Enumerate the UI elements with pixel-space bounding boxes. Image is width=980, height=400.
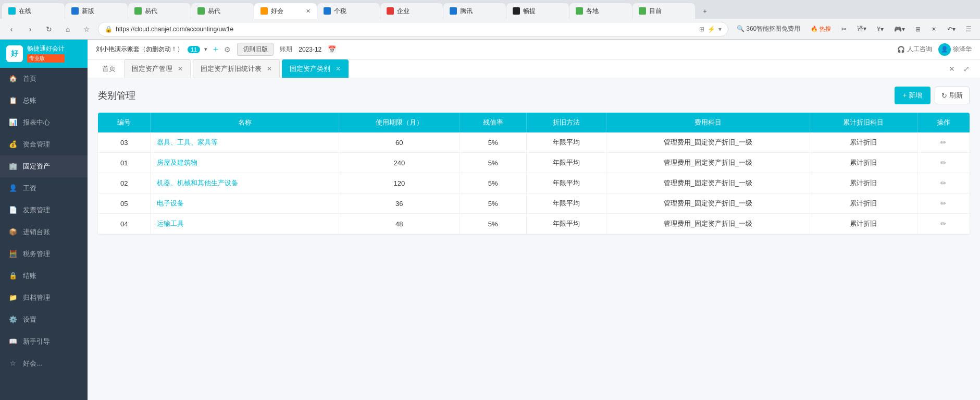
tab-close-haohui[interactable]: ✕: [306, 8, 311, 15]
scissors-tool[interactable]: ✂: [837, 23, 851, 35]
bookmark-button[interactable]: ☆: [79, 22, 94, 37]
col-header-expense: 费用科目: [606, 113, 810, 132]
name-link-2[interactable]: 机器、机械和其他生产设备: [157, 179, 238, 187]
new-tab-button[interactable]: ＋: [696, 3, 714, 19]
cell-code-0: 03: [98, 132, 151, 153]
browser-tab-haohui[interactable]: 好会 ✕: [254, 3, 317, 19]
cell-residual-1: 5%: [460, 153, 526, 173]
browser-tab-muqian[interactable]: 目前: [632, 3, 695, 19]
sidebar-item-funds[interactable]: 💰 资金管理: [0, 134, 88, 155]
cell-accumulated-1: 累计折旧: [810, 153, 917, 173]
cell-code-2: 02: [98, 173, 151, 193]
sidebar-item-tax[interactable]: 🧮 税务管理: [0, 243, 88, 265]
sidebar-item-guide[interactable]: 📖 新手引导: [0, 331, 88, 353]
forward-button[interactable]: ›: [23, 22, 38, 37]
layout-tool[interactable]: ⊞: [911, 23, 925, 35]
calendar-icon[interactable]: 📅: [328, 45, 336, 53]
browser-tab-yidai2[interactable]: 易代: [191, 3, 254, 19]
tab-fixed-assets-mgmt[interactable]: 固定资产管理 ✕: [124, 59, 191, 78]
browser-tab-xinban[interactable]: 新版: [65, 3, 128, 19]
home-icon: 🏠: [8, 74, 18, 83]
hot-search-btn[interactable]: 🔥 热搜: [807, 23, 835, 35]
sidebar-item-archive[interactable]: 📁 归档管理: [0, 287, 88, 309]
period-value: 2023-12: [299, 46, 321, 53]
consultant-button[interactable]: 🎧 人工咨询: [897, 45, 932, 54]
tab-close-fixed-assets-mgmt[interactable]: ✕: [178, 65, 183, 72]
browser-tab-changte[interactable]: 畅提: [506, 3, 569, 19]
currency-tool[interactable]: ¥▾: [873, 23, 888, 35]
cell-name-3: 电子设备: [151, 193, 339, 214]
sidebar-item-reports[interactable]: 📊 报表中心: [0, 112, 88, 134]
notification-count: 11: [188, 46, 200, 53]
sidebar-item-payroll[interactable]: 👤 工资: [0, 177, 88, 199]
window-close-btn[interactable]: ✕: [947, 64, 957, 74]
sidebar-item-settings[interactable]: ⚙️ 设置: [0, 309, 88, 331]
settings-gear-icon[interactable]: ⚙: [224, 45, 231, 54]
user-avatar-area[interactable]: 👤 徐泽华: [938, 43, 972, 56]
sidebar-item-home[interactable]: 🏠 首页: [0, 68, 88, 90]
browser-tab-yidai1[interactable]: 易代: [128, 3, 191, 19]
add-company-icon[interactable]: ＋: [212, 44, 220, 55]
brightness-tool[interactable]: ☀: [927, 23, 941, 35]
edit-button-4[interactable]: ✏: [940, 220, 947, 228]
translate-tool[interactable]: 译▾: [853, 22, 871, 35]
browser-tab-gesui[interactable]: 个税: [317, 3, 380, 19]
cell-accumulated-4: 累计折旧: [810, 214, 917, 234]
cell-method-2: 年限平均: [526, 173, 606, 193]
tab-depreciation-table[interactable]: 固定资产折旧统计表 ✕: [193, 59, 280, 78]
window-maximize-btn[interactable]: ⤢: [961, 64, 972, 74]
menu-tool[interactable]: ☰: [962, 23, 976, 35]
tab-close-category[interactable]: ✕: [336, 65, 341, 72]
cell-residual-3: 5%: [460, 193, 526, 214]
app-wrapper: 好 畅捷通好会计 专业版 🏠 首页 📋 总账 📊 报表中心 💰 资金管理: [0, 40, 980, 400]
edit-button-1[interactable]: ✏: [940, 159, 947, 167]
category-table: 编号 名称 使用期限（月） 残值率 折旧方法 费用科目 累计折旧科目 操作 03…: [98, 113, 970, 234]
edit-button-3[interactable]: ✏: [940, 199, 947, 208]
col-header-code: 编号: [98, 113, 151, 132]
undo-tool[interactable]: ↶▾: [943, 23, 960, 35]
address-dropdown-icon[interactable]: ▾: [718, 26, 722, 33]
edit-button-2[interactable]: ✏: [940, 179, 947, 187]
browser-tab-tengxun[interactable]: 腾讯: [443, 3, 506, 19]
refresh-button[interactable]: ↻ 刷新: [935, 87, 970, 104]
cell-name-2: 机器、机械和其他生产设备: [151, 173, 339, 193]
address-box[interactable]: 🔒 https://cloud.chanjet.com/accounting/u…: [98, 22, 728, 37]
table-row: 01 房屋及建筑物 240 5% 年限平均 管理费用_固定资产折旧_一级 累计折…: [98, 153, 970, 173]
sidebar-item-fixed-assets[interactable]: 🏢 固定资产: [0, 155, 88, 177]
back-button[interactable]: ‹: [4, 22, 19, 37]
cell-accumulated-3: 累计折旧: [810, 193, 917, 214]
add-category-button[interactable]: + 新增: [895, 87, 931, 104]
tab-close-depreciation-table[interactable]: ✕: [267, 65, 272, 72]
cell-months-1: 240: [339, 153, 460, 173]
sidebar-item-fixed-assets-label: 固定资产: [23, 162, 50, 171]
name-link-4[interactable]: 运输工具: [157, 220, 184, 227]
home-button[interactable]: ⌂: [60, 22, 75, 37]
fixed-assets-icon: 🏢: [8, 162, 18, 171]
sidebar-item-invoice[interactable]: 📄 发票管理: [0, 199, 88, 221]
name-link-3[interactable]: 电子设备: [157, 199, 184, 207]
guide-icon: 📖: [8, 337, 18, 346]
sidebar-item-inventory[interactable]: 📦 进销台账: [0, 221, 88, 243]
browser-tab-qiye[interactable]: 企业: [380, 3, 443, 19]
browser-tab-gedi[interactable]: 各地: [569, 3, 632, 19]
reload-button[interactable]: ↻: [42, 22, 56, 37]
sidebar-item-reports-label: 报表中心: [23, 118, 50, 127]
sidebar-item-closing[interactable]: 🔒 结账: [0, 265, 88, 287]
address-bar-row: ‹ › ↻ ⌂ ☆ 🔒 https://cloud.chanjet.com/ac…: [0, 19, 980, 40]
cell-method-3: 年限平均: [526, 193, 606, 214]
old-version-button[interactable]: 切到旧版: [237, 43, 274, 56]
name-link-0[interactable]: 器具、工具、家具等: [157, 138, 218, 146]
edit-button-0[interactable]: ✏: [940, 138, 947, 147]
sidebar-nav: 🏠 首页 📋 总账 📊 报表中心 💰 资金管理 🏢 固定资产 👤 工资: [0, 68, 88, 400]
tab-fixed-assets-category[interactable]: 固定资产类别 ✕: [282, 59, 349, 78]
cell-action-3: ✏: [917, 193, 970, 214]
sidebar-item-haohui[interactable]: ☆ 好会...: [0, 353, 88, 374]
company-dropdown-icon[interactable]: ▾: [204, 46, 207, 53]
browser-tab-zaixian[interactable]: 在线: [2, 3, 65, 19]
sidebar-item-ledger[interactable]: 📋 总账: [0, 90, 88, 112]
name-link-1[interactable]: 房屋及建筑物: [157, 159, 197, 166]
game-tool[interactable]: 🎮▾: [890, 23, 909, 35]
logo-badge: 专业版: [27, 54, 65, 63]
breadcrumb-home[interactable]: 首页: [96, 60, 122, 78]
search-tool[interactable]: 🔍 360智能抠图免费用: [733, 22, 804, 35]
